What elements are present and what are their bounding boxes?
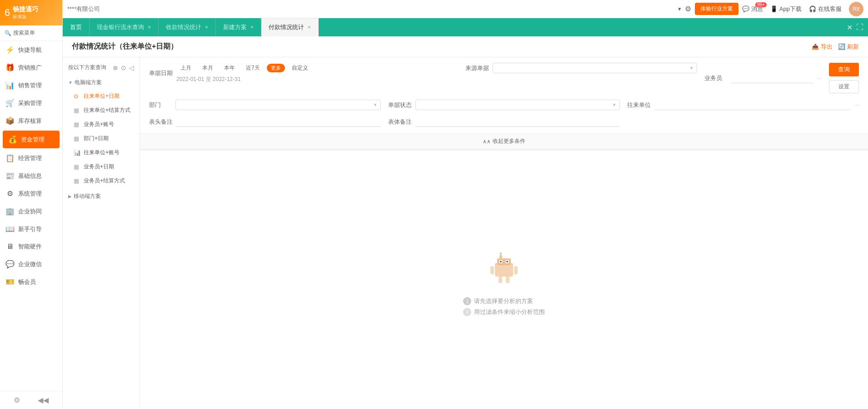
salesman-more-icon[interactable]: ··· [817, 75, 822, 81]
date-7days[interactable]: 近7天 [242, 63, 264, 73]
export-btn[interactable]: 📤 导出 [812, 43, 833, 51]
svg-point-12 [500, 252, 502, 254]
refresh-btn[interactable]: 🔄 刷新 [838, 43, 859, 51]
date-more[interactable]: 更多 [267, 64, 285, 72]
collapse-scheme-icon[interactable]: ◁ [129, 64, 134, 71]
sidebar-item-guide[interactable]: 📖 新手引导 [0, 220, 62, 238]
tab-payment-label: 付款情况统计 [269, 23, 304, 31]
scheme-item-counter-date[interactable]: ⊙ 往来单位+日期 [63, 89, 140, 103]
counter-party-input[interactable] [654, 100, 851, 110]
filter-row-2: 部门 ▾ 单据状态 ▾ [149, 100, 859, 110]
tab-new-scheme[interactable]: 新建方案 × [216, 18, 261, 36]
scheme-panel: 按以下方案查询 ⊕ ⊙ ◁ ▼ 电脑端方案 ⊙ 往来单位+日期 [63, 57, 140, 409]
maximize-icon[interactable]: ⛶ [856, 23, 863, 31]
filter-body-note-item: 表体备注 [388, 116, 620, 127]
filter-dept-item: 部门 ▾ [149, 100, 381, 110]
add-scheme-icon[interactable]: ⊕ [113, 64, 118, 71]
edit-scheme-icon[interactable]: ⊙ [121, 64, 126, 71]
sidebar-item-sales[interactable]: 📊 销售管理 [0, 76, 62, 94]
sidebar-item-system[interactable]: ⚙ 系统管理 [0, 185, 62, 202]
bill-status-select[interactable]: ▾ [415, 100, 620, 110]
sidebar-item-operations[interactable]: 📋 经营管理 [0, 149, 62, 167]
tab-receipts-close[interactable]: × [205, 24, 208, 30]
sidebar-label: 资金管理 [21, 136, 45, 144]
dept-label: 部门 [149, 101, 172, 109]
scheme-item-dept-date[interactable]: ▦ 部门+日期 [63, 131, 140, 146]
sidebar-item-basic[interactable]: 📰 基础信息 [0, 167, 62, 185]
scheme-panel-header: 按以下方案查询 ⊕ ⊙ ◁ [63, 61, 140, 74]
notifications-btn[interactable]: 💬 消息 99+ [742, 5, 763, 13]
scheme-item-label: 部门+日期 [84, 135, 109, 142]
counter-party-more-icon[interactable]: ··· [854, 102, 859, 108]
purchase-icon: 🛒 [5, 99, 15, 107]
page-header: 付款情况统计（往来单位+日期） 📤 导出 🔄 刷新 [63, 36, 868, 57]
collapse-label: 收起更多条件 [493, 137, 525, 145]
empty-tips: 1 请先选择要分析的方案 2 用过滤条件来缩小分析范围 [463, 297, 545, 319]
svg-point-4 [500, 261, 502, 263]
topbar-settings-icon[interactable]: ⚙ [685, 5, 691, 13]
close-all-icon[interactable]: ✕ [847, 23, 853, 32]
sidebar-label: 库存核算 [18, 117, 42, 125]
svg-rect-8 [499, 277, 502, 283]
collapse-btn[interactable]: ∧∧ 收起更多条件 [483, 137, 525, 145]
desktop-group-toggle[interactable]: ▼ 电脑端方案 [63, 76, 140, 89]
tab-home[interactable]: 首页 [63, 18, 90, 36]
scheme-item-counter-account[interactable]: 📊 往来单位+账号 [63, 146, 140, 160]
app-download-btn[interactable]: 📱 App下载 [770, 5, 802, 13]
sidebar-item-inventory[interactable]: 📦 库存核算 [0, 112, 62, 130]
sidebar-item-member[interactable]: 🎫 畅会员 [0, 273, 62, 291]
group-arrow-icon: ▼ [68, 80, 73, 85]
mobile-scheme-group: ▶ 移动端方案 [63, 190, 140, 203]
notifications-badge: 99+ [755, 2, 767, 7]
sidebar-item-enterprise[interactable]: 🏢 企业协同 [0, 202, 62, 220]
avatar-text: Rit [853, 6, 860, 12]
capital-icon: 💰 [8, 135, 17, 144]
sidebar-logo-text: 畅捷通巧 [13, 5, 38, 14]
sidebar-item-purchase[interactable]: 🛒 采购管理 [0, 94, 62, 112]
dept-select[interactable]: ▾ [175, 100, 381, 110]
scheme-item-salesman-settlement[interactable]: ▦ 业务员+结算方式 [63, 174, 140, 188]
dept-select-arrow: ▾ [374, 102, 377, 108]
tabbar: 首页 现金银行流水查询 × 收款情况统计 × 新建方案 × 付款情况统计 × ✕… [63, 18, 868, 36]
header-note-input[interactable] [176, 116, 381, 127]
scheme-item-salesman-account[interactable]: ▦ 业务员+账号 [63, 117, 140, 131]
company-dropdown-icon[interactable]: ▾ [678, 5, 681, 12]
date-last-month[interactable]: 上月 [176, 63, 195, 73]
scheme-item-counter-settlement[interactable]: ▦ 往来单位+结算方式 [63, 103, 140, 117]
trial-btn[interactable]: 体验行业方案 [695, 3, 738, 15]
tab-payment[interactable]: 付款情况统计 × [261, 18, 319, 36]
mobile-group-label: 移动端方案 [74, 192, 101, 200]
empty-tip-2: 2 用过滤条件来缩小分析范围 [463, 308, 545, 316]
date-this-month[interactable]: 本月 [198, 63, 217, 73]
collapse-sidebar-icon[interactable]: ◀◀ [38, 396, 49, 404]
salesman-input[interactable] [731, 73, 813, 83]
query-btn[interactable]: 查询 [829, 63, 859, 76]
tip-text-2: 用过滤条件来缩小分析范围 [474, 308, 545, 316]
body-note-input[interactable] [415, 116, 620, 127]
source-select[interactable]: ▾ [493, 63, 697, 73]
sidebar-search[interactable]: 🔍 搜索菜单 [0, 25, 62, 41]
source-select-arrow: ▾ [690, 65, 693, 71]
tab-bank[interactable]: 现金银行流水查询 × [90, 18, 159, 36]
settings-btn[interactable]: 设置 [829, 80, 859, 93]
sidebar-item-quick-nav[interactable]: ⚡ 快捷导航 [0, 41, 62, 59]
avatar[interactable]: Rit [849, 2, 863, 16]
date-range-text: 2022-01-01 至 2022-12-31 [176, 76, 312, 83]
sidebar-item-wechat[interactable]: 💬 企业微信 [0, 255, 62, 273]
tip-text-1: 请先选择要分析的方案 [474, 297, 533, 305]
date-this-year[interactable]: 本年 [220, 63, 239, 73]
filter-row-3: 表头备注 表体备注 [149, 116, 859, 127]
scheme-item-salesman-date[interactable]: ▦ 业务员+日期 [63, 160, 140, 174]
date-custom[interactable]: 自定义 [288, 63, 312, 73]
mobile-group-toggle[interactable]: ▶ 移动端方案 [63, 190, 140, 203]
online-service-btn[interactable]: 🎧 在线客服 [809, 5, 842, 13]
settings-footer-icon[interactable]: ⚙ [14, 396, 20, 404]
tab-new-scheme-close[interactable]: × [250, 24, 254, 30]
sidebar-item-capital[interactable]: 💰 资金管理 [3, 131, 60, 148]
tab-bank-close[interactable]: × [148, 24, 151, 30]
sidebar-item-hardware[interactable]: 🖥 智能硬件 [0, 238, 62, 255]
tab-payment-close[interactable]: × [308, 24, 311, 30]
tab-receipts[interactable]: 收款情况统计 × [159, 18, 216, 36]
sidebar-item-marketing[interactable]: 🎁 营销推广 [0, 59, 62, 76]
source-label: 来源单据 [465, 64, 489, 72]
